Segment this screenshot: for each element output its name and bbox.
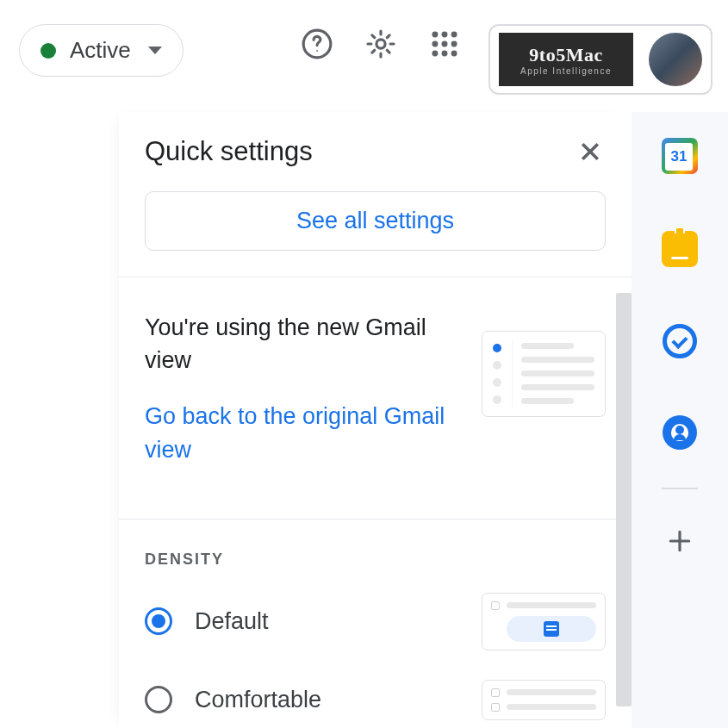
svg-point-4 — [442, 31, 448, 37]
see-all-settings-button[interactable]: See all settings — [145, 191, 606, 251]
panel-title: Quick settings — [145, 136, 313, 167]
density-default-thumbnail-icon — [482, 593, 606, 650]
go-back-original-view-link[interactable]: Go back to the original Gmail view — [145, 400, 464, 467]
status-chip[interactable]: Active — [19, 24, 184, 77]
side-panel-divider — [662, 488, 698, 489]
density-option-default[interactable]: Default — [145, 593, 606, 650]
settings-button[interactable] — [361, 24, 401, 64]
close-icon — [577, 139, 603, 165]
brand-logo: 9to5Mac Apple Intelligence — [499, 33, 633, 86]
svg-point-11 — [451, 51, 457, 57]
brand-line1: 9to5Mac — [529, 44, 602, 66]
density-label: DENSITY — [145, 520, 606, 569]
svg-point-1 — [316, 50, 318, 52]
account-box[interactable]: 9to5Mac Apple Intelligence — [488, 24, 712, 95]
svg-point-2 — [376, 40, 385, 48]
radio-selected-icon — [145, 607, 172, 635]
tasks-app-button[interactable] — [663, 324, 697, 358]
keep-icon — [675, 227, 685, 233]
side-panel: 31 — [632, 112, 728, 728]
density-option-comfortable[interactable]: Comfortable — [145, 680, 606, 720]
panel-header: Quick settings — [145, 136, 606, 167]
svg-point-8 — [451, 41, 457, 47]
density-option-label: Comfortable — [195, 687, 459, 713]
avatar[interactable] — [649, 33, 702, 86]
radio-unselected-icon — [145, 686, 172, 713]
svg-point-5 — [451, 31, 457, 37]
add-app-button[interactable] — [666, 527, 694, 558]
density-comfortable-thumbnail-icon — [482, 680, 606, 720]
quick-settings-panel: Quick settings See all settings You're u… — [119, 112, 632, 728]
density-option-label: Default — [195, 608, 459, 635]
status-label: Active — [70, 37, 131, 64]
contacts-app-button[interactable] — [663, 415, 697, 450]
brand-line2: Apple Intelligence — [520, 66, 612, 76]
chevron-down-icon — [148, 47, 162, 54]
gear-icon — [364, 28, 397, 60]
help-icon — [301, 28, 333, 60]
svg-point-6 — [432, 41, 438, 47]
top-bar: Active 9to5Mac Apple Intelligence — [0, 0, 728, 112]
close-button[interactable] — [575, 136, 606, 167]
status-dot-icon — [40, 43, 56, 59]
plus-icon — [666, 527, 694, 555]
scrollbar[interactable] — [616, 293, 632, 706]
svg-point-3 — [432, 31, 438, 37]
svg-point-10 — [442, 51, 448, 57]
contacts-icon — [671, 424, 688, 441]
calendar-app-button[interactable]: 31 — [662, 138, 698, 174]
gmail-view-thumbnail-icon — [482, 331, 606, 417]
help-button[interactable] — [297, 24, 337, 64]
svg-point-7 — [442, 41, 448, 47]
gmail-view-section: You're using the new Gmail view Go back … — [145, 277, 606, 493]
apps-grid-icon — [428, 28, 461, 60]
gmail-view-message: You're using the new Gmail view — [145, 312, 464, 377]
calendar-day: 31 — [665, 143, 693, 171]
apps-button[interactable] — [425, 24, 464, 64]
keep-app-button[interactable] — [662, 231, 698, 267]
svg-point-9 — [432, 51, 438, 57]
